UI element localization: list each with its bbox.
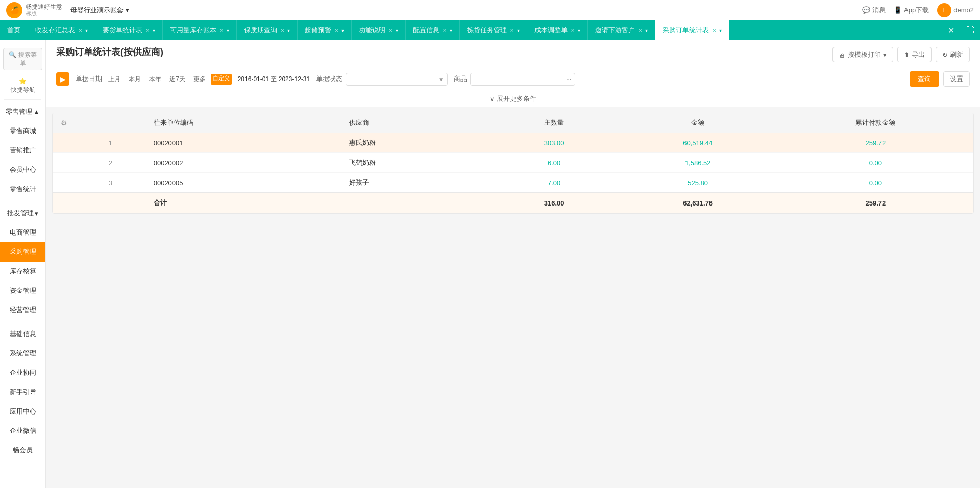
sidebar-item-ecommerce[interactable]: 电商管理 [0,223,45,242]
search-menu-input[interactable]: 🔍 搜索菜单 [3,48,42,70]
close-tab-gongneng[interactable]: ✕ [388,28,393,33]
app-download-button[interactable]: 📱 App下载 [894,6,929,15]
row-qty-1[interactable]: 303.00 [491,133,618,153]
tab-arrow-chaochu[interactable]: ▾ [341,28,344,33]
tab-arrow-gongneng[interactable]: ▾ [396,28,398,33]
tab-yaoqing[interactable]: 邀请下游客户 ✕ ▾ [588,20,655,40]
tab-baozhiqi[interactable]: 保质期查询 ✕ ▾ [237,20,298,40]
row-amount-2[interactable]: 1,586.52 [618,153,778,173]
sidebar-item-retail-stat[interactable]: 零售统计 [0,179,45,199]
tab-home[interactable]: 首页 [0,20,28,40]
tab-arrow-panhuo[interactable]: ▾ [517,28,520,33]
close-tab-panhuo[interactable]: ✕ [510,28,514,33]
sidebar-divider3 [4,322,41,322]
message-button[interactable]: 💬 消息 [862,6,886,15]
goods-input-wrapper: ··· [470,73,575,86]
quick-nav-button[interactable]: ⭐ 快捷导航 [0,74,45,97]
sidebar-item-vip[interactable]: 畅会员 [0,441,45,460]
workspace-selector[interactable]: 母婴行业演示账套 ▾ [66,4,133,17]
row-amount-1[interactable]: 60,519.44 [618,133,778,153]
user-avatar[interactable]: E demo2 [937,3,974,17]
date-btn-more[interactable]: 更多 [190,74,209,85]
date-btn-this-year[interactable]: 本年 [146,74,164,85]
close-tab-peizhi[interactable]: ✕ [443,28,447,33]
close-tab-yaohuo[interactable]: ✕ [145,28,150,33]
sidebar-divider [4,99,41,100]
star-icon: ⭐ [19,78,27,85]
row-amount-3[interactable]: 525.80 [618,173,778,193]
close-tab-chengben[interactable]: ✕ [571,28,575,33]
chevron-down-icon: ▾ [126,6,129,14]
expand-more-button[interactable]: ∨ 展开更多条件 [489,94,536,104]
sidebar-item-enterprise[interactable]: 企业协同 [0,363,45,382]
date-btn-this-month[interactable]: 本月 [126,74,144,85]
sidebar-item-wholesale[interactable]: 批发管理 ▾ [0,203,45,223]
table-row: 2 00020002 飞鹤奶粉 6.00 1,586.52 0.00 [53,153,973,173]
date-btn-last-month[interactable]: 上月 [105,74,124,85]
sidebar-item-purchase[interactable]: 采购管理 [0,242,45,262]
sidebar-item-member[interactable]: 会员中心 [0,160,45,179]
tab-caigou[interactable]: 采购订单统计表 ✕ ▾ [655,20,729,40]
close-tab-shoufa[interactable]: ✕ [78,28,82,33]
sidebar-item-retail[interactable]: 零售管理 ▲ [0,102,45,121]
sidebar-item-finance[interactable]: 资金管理 [0,281,45,300]
tab-arrow-caigou[interactable]: ▾ [719,28,722,33]
row-qty-3[interactable]: 7.00 [491,173,618,193]
custom-date-badge[interactable]: 自定义 [211,74,232,85]
tab-arrow-shoufa[interactable]: ▾ [85,28,88,33]
tab-arrow-peizhi[interactable]: ▾ [450,28,452,33]
goods-input[interactable] [470,73,575,86]
tab-chaochu[interactable]: 超储预警 ✕ ▾ [298,20,352,40]
tab-arrow-kucun[interactable]: ▾ [227,28,229,33]
row-paid-2[interactable]: 0.00 [778,153,973,173]
tab-arrow-baozhiqi[interactable]: ▾ [287,28,290,33]
row-paid-1[interactable]: 259.72 [778,133,973,153]
close-tab-kucun[interactable]: ✕ [219,28,224,33]
filter-toggle-button[interactable]: ▶ [56,72,69,86]
tab-shoufa[interactable]: 收发存汇总表 ✕ ▾ [28,20,95,40]
tab-peizhi[interactable]: 配置信息 ✕ ▾ [406,20,460,40]
sidebar-item-system[interactable]: 系统管理 [0,344,45,363]
tab-arrow-yaoqing[interactable]: ▾ [645,28,648,33]
query-button[interactable]: 查询 [910,71,939,87]
message-icon: 💬 [862,6,870,14]
fullscreen-button[interactable]: ⛶ [961,20,980,40]
sidebar-item-inventory[interactable]: 库存核算 [0,262,45,281]
tab-yaohuo[interactable]: 要货单统计表 ✕ ▾ [95,20,163,40]
row-qty-2[interactable]: 6.00 [491,153,618,173]
sidebar-item-newbie[interactable]: 新手引导 [0,382,45,402]
table-header-row: ⚙ 往来单位编码 供应商 主数量 金额 累计付款金额 [53,113,973,133]
status-select[interactable] [346,73,448,86]
goods-more-icon[interactable]: ··· [566,75,571,83]
status-filter-group: 单据状态 [316,73,448,86]
row-paid-3[interactable]: 0.00 [778,173,973,193]
col-header-num [76,113,145,133]
close-tab-caigou[interactable]: ✕ [712,28,716,33]
close-tab-baozhiqi[interactable]: ✕ [280,28,284,33]
tab-chengben[interactable]: 成本调整单 ✕ ▾ [527,20,588,40]
gear-icon[interactable]: ⚙ [61,119,67,127]
date-btn-7days[interactable]: 近7天 [166,74,188,85]
date-range-group: 2016-01-01 至 2023-12-31 [238,75,310,84]
sidebar-item-retail-shop[interactable]: 零售商城 [0,121,45,141]
avatar: E [937,3,951,17]
settings-button[interactable]: 设置 [943,71,970,87]
export-button[interactable]: ⬆ 导出 [897,47,932,62]
sidebar-item-operations[interactable]: 经营管理 [0,300,45,320]
refresh-button[interactable]: ↻ 刷新 [936,47,970,62]
sidebar-item-apps[interactable]: 应用中心 [0,402,45,421]
close-all-tabs-button[interactable]: ✕ [941,20,961,40]
row-num-3: 3 [76,173,145,193]
tab-gongneng[interactable]: 功能说明 ✕ ▾ [352,20,406,40]
tab-arrow-chengben[interactable]: ▾ [578,28,580,33]
tab-kucun[interactable]: 可用量库存账本 ✕ ▾ [163,20,237,40]
print-button[interactable]: 🖨 按模板打印 ▾ [832,47,893,62]
sidebar-item-wechat[interactable]: 企业微信 [0,421,45,441]
close-tab-yaoqing[interactable]: ✕ [638,28,642,33]
sidebar-item-marketing[interactable]: 营销推广 [0,141,45,160]
sidebar-divider2 [4,201,41,201]
tab-arrow-yaohuo[interactable]: ▾ [153,28,155,33]
tab-panhuo[interactable]: 拣货任务管理 ✕ ▾ [460,20,527,40]
sidebar-item-basic[interactable]: 基础信息 [0,324,45,344]
close-tab-chaochu[interactable]: ✕ [334,28,338,33]
